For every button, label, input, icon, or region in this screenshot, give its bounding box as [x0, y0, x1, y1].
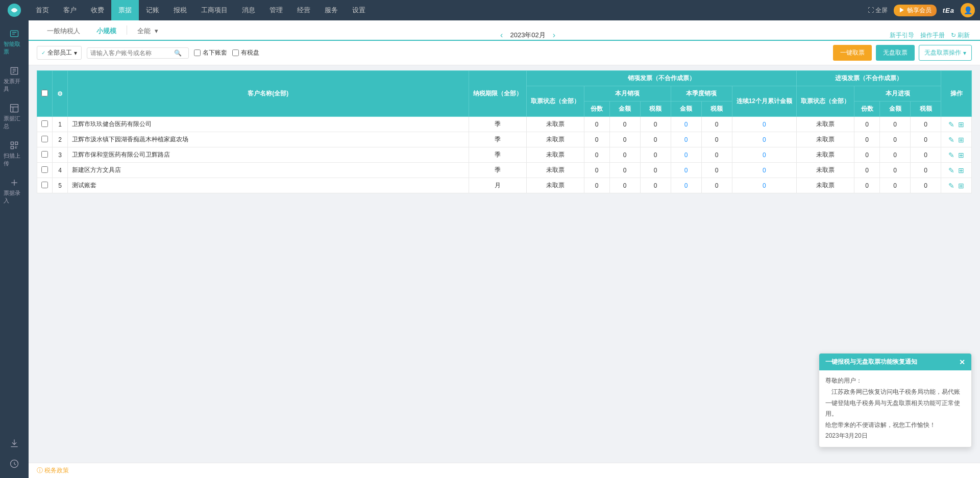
staff-filter[interactable]: ✓ 全部员工 ▾ [37, 46, 82, 60]
table-row: 4 新建区方方文具店 季 未取票 0 0 0 0 0 0 未取票 0 0 0 ✎… [37, 163, 972, 178]
s-12m-link[interactable]: 0 [763, 152, 766, 159]
row-sales-status: 未取票 [526, 132, 584, 147]
s-12m-link[interactable]: 0 [763, 182, 766, 189]
s-quarterly-amount-link[interactable]: 0 [684, 152, 688, 159]
search-icon[interactable]: 🔍 [174, 49, 182, 57]
bottom-bar: ⓘ 税务政策 [29, 463, 980, 478]
tab-all[interactable]: 全能 ▾ [129, 22, 166, 41]
s-12m-link[interactable]: 0 [763, 121, 766, 128]
row-p-monthly-count: 0 [854, 178, 880, 193]
vip-button[interactable]: ▶ 畅享会员 [894, 5, 936, 16]
sidebar-label: 发票开具 [4, 78, 25, 93]
edit-icon[interactable]: ✎ [948, 120, 954, 129]
edit-icon[interactable]: ✎ [948, 136, 954, 144]
account-filter-check[interactable] [194, 49, 201, 56]
one-click-ticket-button[interactable]: 一键取票 [833, 45, 872, 61]
nav-settings[interactable]: 设置 [345, 0, 373, 20]
edit-icon[interactable]: ✎ [948, 151, 954, 159]
tax-disk-filter-check[interactable] [232, 49, 239, 56]
sidebar-item-input[interactable]: 票据录入 [2, 173, 27, 209]
next-date-button[interactable]: › [551, 31, 557, 40]
row-checkbox[interactable] [37, 147, 53, 163]
row-tax-period: 季 [469, 147, 526, 163]
select-all-checkbox[interactable] [41, 90, 48, 96]
row-purchase-status: 未取票 [797, 163, 854, 178]
col-settings: ⚙ [53, 71, 68, 117]
no-disk-op-label: 无盘取票操作 [924, 48, 961, 57]
new-guide-link[interactable]: 新手引导 [890, 31, 914, 40]
nav-fee[interactable]: 收费 [84, 0, 111, 20]
notification-close-button[interactable]: ✕ [959, 358, 965, 366]
row-checkbox[interactable] [37, 178, 53, 193]
detail-icon[interactable]: ⊞ [958, 136, 964, 144]
sidebar-item-scan[interactable]: 扫描上传 [2, 136, 27, 171]
nav-bookkeeping[interactable]: 记账 [139, 0, 166, 20]
row-checkbox[interactable] [37, 132, 53, 147]
col-sales-monthly-tax: 税额 [640, 102, 671, 117]
nav-manage[interactable]: 管理 [262, 0, 290, 20]
check-icon: ✓ [41, 50, 45, 56]
table-row: 2 卫辉市汲水镇下园湖香痴蔬木种植家庭农场 季 未取票 0 0 0 0 0 0 … [37, 132, 972, 147]
s-quarterly-amount-link[interactable]: 0 [684, 167, 688, 174]
detail-icon[interactable]: ⊞ [958, 182, 964, 190]
nav-tax[interactable]: 报税 [166, 0, 194, 20]
tax-disk-filter-checkbox[interactable]: 有税盘 [232, 48, 259, 57]
row-action: ✎ ⊞ [941, 163, 972, 178]
detail-icon[interactable]: ⊞ [958, 120, 964, 129]
row-p-monthly-amount: 0 [880, 117, 911, 132]
s-quarterly-amount-link[interactable]: 0 [684, 121, 688, 128]
nav-operation[interactable]: 经营 [290, 0, 317, 20]
row-p-monthly-count: 0 [854, 163, 880, 178]
detail-icon[interactable]: ⊞ [958, 166, 964, 174]
s-12m-link[interactable]: 0 [763, 136, 766, 143]
notification-text: 尊敬的用户： 江苏政务网已恢复访问电子税务局功能，易代账一键登陆电子税务局与无盘… [825, 375, 965, 442]
nav-invoice[interactable]: 票据 [111, 0, 139, 20]
refresh-link[interactable]: ↻ 刷新 [951, 31, 970, 40]
search-bar: 🔍 [87, 47, 189, 59]
nav-home[interactable]: 首页 [29, 0, 56, 20]
row-s-monthly-amount: 0 [609, 117, 640, 132]
no-disk-ticket-button[interactable]: 无盘取票 [876, 45, 915, 61]
row-checkbox[interactable] [37, 163, 53, 178]
row-s-quarterly-amount: 0 [671, 163, 701, 178]
sidebar-item-issue-invoice[interactable]: 发票开具 [2, 62, 27, 97]
nav-business[interactable]: 工商项目 [194, 0, 235, 20]
user-avatar[interactable]: 👤 [961, 3, 975, 17]
row-s-monthly-count: 0 [584, 163, 609, 178]
row-action: ✎ ⊞ [941, 178, 972, 193]
row-no: 4 [53, 163, 68, 178]
tab-small-scale[interactable]: 小规模 [88, 22, 125, 41]
col-checkbox [37, 71, 53, 117]
no-disk-op-button[interactable]: 无盘取票操作 ▾ [919, 45, 972, 61]
sidebar-item-summary[interactable]: 票据汇总 [2, 99, 27, 134]
edit-icon[interactable]: ✎ [948, 182, 954, 190]
col-sales-quarterly-amount: 金额 [671, 102, 701, 117]
search-input[interactable] [90, 49, 172, 57]
detail-icon[interactable]: ⊞ [958, 151, 964, 159]
manual-link[interactable]: 操作手册 [920, 31, 945, 40]
row-p-monthly-tax: 0 [911, 132, 941, 147]
s-quarterly-amount-link[interactable]: 0 [684, 182, 688, 189]
row-purchase-status: 未取票 [797, 117, 854, 132]
prev-date-button[interactable]: ‹ [498, 31, 505, 40]
row-checkbox[interactable] [37, 117, 53, 132]
nav-customer[interactable]: 客户 [56, 0, 84, 20]
tax-policy-link[interactable]: 税务政策 [44, 467, 69, 474]
row-no: 1 [53, 117, 68, 132]
account-filter-checkbox[interactable]: 名下账套 [194, 48, 227, 57]
fullscreen-btn[interactable]: ⛶ 全屏 [868, 6, 888, 15]
tab-general-taxpayer[interactable]: 一般纳税人 [39, 22, 88, 41]
edit-icon[interactable]: ✎ [948, 166, 954, 174]
sidebar-bottom [2, 434, 27, 478]
s-quarterly-amount-link[interactable]: 0 [684, 136, 688, 143]
col-sales-group: 销项发票（不合作成票） [526, 71, 796, 86]
svg-rect-7 [11, 146, 13, 149]
sidebar-item-smart-ticket[interactable]: 智能取票 [2, 24, 27, 60]
current-date: 2023年02月 [510, 31, 545, 40]
sidebar-item-download[interactable] [2, 434, 27, 452]
nav-message[interactable]: 消息 [235, 0, 262, 20]
s-12m-link[interactable]: 0 [763, 167, 766, 174]
sidebar-item-help[interactable] [2, 455, 27, 473]
row-no: 2 [53, 132, 68, 147]
nav-service[interactable]: 服务 [317, 0, 345, 20]
